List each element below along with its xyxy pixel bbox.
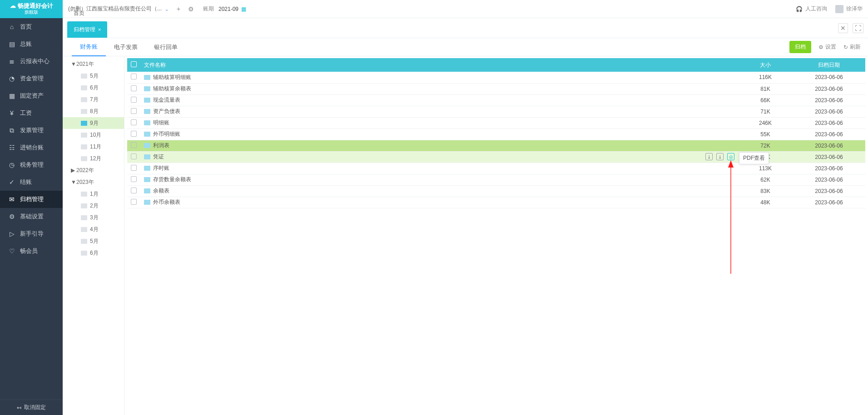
nav-item-2[interactable]: ≣云报表中心 <box>0 53 63 70</box>
table-row[interactable]: 余额表83K2023-06-06 <box>127 185 865 197</box>
table-row[interactable]: 辅助核算余额表81K2023-06-06 <box>127 83 865 94</box>
row-checkbox[interactable] <box>131 176 137 182</box>
row-checkbox[interactable] <box>131 97 137 103</box>
nav-label: 归档管理 <box>20 195 44 203</box>
nav-item-8[interactable]: ◷税务管理 <box>0 156 63 173</box>
nav-item-13[interactable]: ♡畅会员 <box>0 242 63 260</box>
arrow-left-icon: ↤ <box>17 405 21 411</box>
page-tab-0[interactable]: 首页 <box>67 5 107 21</box>
headset-icon: 🎧 <box>796 6 803 12</box>
nav-item-0[interactable]: ⌂首页 <box>0 18 63 35</box>
tree-month[interactable]: 10月 <box>63 129 124 141</box>
nav-label: 结账 <box>20 178 32 186</box>
refresh-link[interactable]: ↻刷新 <box>843 43 861 51</box>
file-date: 2023-06-06 <box>793 174 865 185</box>
nav-item-5[interactable]: ¥工资 <box>0 104 63 122</box>
page-tab-1[interactable]: 归档管理× <box>67 21 107 38</box>
table-row[interactable]: 明细账246K2023-06-06 <box>127 117 865 128</box>
table-row[interactable]: 辅助核算明细账116K2023-06-06 <box>127 72 865 83</box>
folder-icon <box>144 120 150 125</box>
user-menu[interactable]: 徐泽华 <box>835 5 863 13</box>
tree-year[interactable]: ▼2023年 <box>63 176 124 188</box>
nav-label: 资金管理 <box>20 74 44 83</box>
row-checkbox[interactable] <box>131 165 137 171</box>
tree-month[interactable]: 3月 <box>63 212 124 223</box>
tree-year[interactable]: ▶2022年 <box>63 164 124 176</box>
tree-month[interactable]: 4月 <box>63 223 124 235</box>
file-date: 2023-06-06 <box>793 128 865 140</box>
file-size: 246K <box>738 117 793 128</box>
file-date: 2023-06-06 <box>793 140 865 151</box>
folder-icon <box>81 133 87 138</box>
tree-year[interactable]: ▼2021年 <box>63 58 124 70</box>
tree-month[interactable]: 6月 <box>63 247 124 259</box>
table-row[interactable]: 资产负债表71K2023-06-06 <box>127 106 865 117</box>
archive-button[interactable]: 归档 <box>789 41 811 53</box>
row-checkbox[interactable] <box>131 188 137 193</box>
file-size: 48K <box>738 197 793 208</box>
nav-item-10[interactable]: ✉归档管理 <box>0 191 63 208</box>
sidebar-unpin[interactable]: ↤ 取消固定 <box>0 400 63 415</box>
tree-month[interactable]: 11月 <box>63 141 124 153</box>
row-checkbox[interactable] <box>131 199 137 205</box>
col-size: 大小 <box>738 58 793 72</box>
row-checkbox[interactable] <box>131 85 137 91</box>
close-all-tabs-button[interactable]: ✕ <box>838 23 848 33</box>
close-icon[interactable]: × <box>98 27 101 32</box>
nav-item-11[interactable]: ⚙基础设置 <box>0 208 63 225</box>
download-excel-icon[interactable]: ⤓ <box>705 153 713 160</box>
table-row[interactable]: 外币余额表48K2023-06-06 <box>127 197 865 208</box>
add-company-button[interactable]: ＋ <box>175 5 182 13</box>
period-value[interactable]: 2021-09 <box>218 6 238 12</box>
tree-month[interactable]: 5月 <box>63 70 124 82</box>
row-checkbox[interactable] <box>131 74 137 79</box>
tree-month[interactable]: 6月 <box>63 82 124 94</box>
nav-item-4[interactable]: ▦固定资产 <box>0 87 63 104</box>
subtab-2[interactable]: 银行回单 <box>146 38 186 56</box>
nav-label: 固定资产 <box>20 92 44 100</box>
table-row[interactable]: 现金流量表66K2023-06-06 <box>127 94 865 106</box>
month-label: 3月 <box>90 214 99 222</box>
tree-month[interactable]: 5月 <box>63 235 124 247</box>
subtab-0[interactable]: 财务账 <box>72 38 106 56</box>
col-date: 归档日期 <box>793 58 865 72</box>
nav-item-7[interactable]: ☷进销台账 <box>0 139 63 156</box>
table-row[interactable]: 外币明细账55K2023-06-06 <box>127 128 865 140</box>
folder-icon <box>144 109 150 114</box>
company-settings-button[interactable]: ⚙ <box>188 5 194 13</box>
row-checkbox[interactable] <box>131 142 137 148</box>
file-size: 72K <box>738 140 793 151</box>
tree-month[interactable]: 12月 <box>63 153 124 164</box>
support-link[interactable]: 🎧 人工咨询 <box>796 5 827 13</box>
row-checkbox[interactable] <box>131 153 137 159</box>
download-pdf-icon[interactable]: ⤓ <box>716 153 724 160</box>
file-name: 序时账 <box>153 165 169 171</box>
row-checkbox[interactable] <box>131 119 137 125</box>
table-row[interactable]: 利润表72K2023-06-06 <box>127 140 865 151</box>
select-all-checkbox[interactable] <box>131 61 137 67</box>
row-checkbox[interactable] <box>131 131 137 137</box>
pdf-view-icon[interactable]: ◎ <box>727 153 734 160</box>
folder-icon <box>81 215 87 220</box>
tree-month[interactable]: 1月 <box>63 188 124 200</box>
month-label: 1月 <box>90 190 99 198</box>
settings-link[interactable]: ⚙设置 <box>818 43 836 51</box>
nav-item-12[interactable]: ▷新手引导 <box>0 225 63 242</box>
tree-month[interactable]: 9月 <box>63 117 124 129</box>
row-checkbox[interactable] <box>131 108 137 114</box>
table-row[interactable]: 存货数量余额表62K2023-06-06 <box>127 174 865 185</box>
subtab-1[interactable]: 电子发票 <box>106 38 146 56</box>
file-date: 2023-06-06 <box>793 94 865 106</box>
tree-month[interactable]: 8月 <box>63 105 124 117</box>
nav-item-6[interactable]: ⧉发票管理 <box>0 122 63 139</box>
nav-item-9[interactable]: ✓结账 <box>0 173 63 191</box>
tree-month[interactable]: 7月 <box>63 94 124 105</box>
nav-label: 首页 <box>20 23 32 31</box>
calendar-icon[interactable]: ▦ <box>241 6 246 12</box>
folder-icon <box>144 132 150 137</box>
fullscreen-button[interactable]: ⛶ <box>853 23 863 33</box>
nav-item-1[interactable]: ▤总账 <box>0 35 63 53</box>
avatar <box>835 5 843 13</box>
tree-month[interactable]: 2月 <box>63 200 124 212</box>
nav-item-3[interactable]: ◔资金管理 <box>0 70 63 87</box>
